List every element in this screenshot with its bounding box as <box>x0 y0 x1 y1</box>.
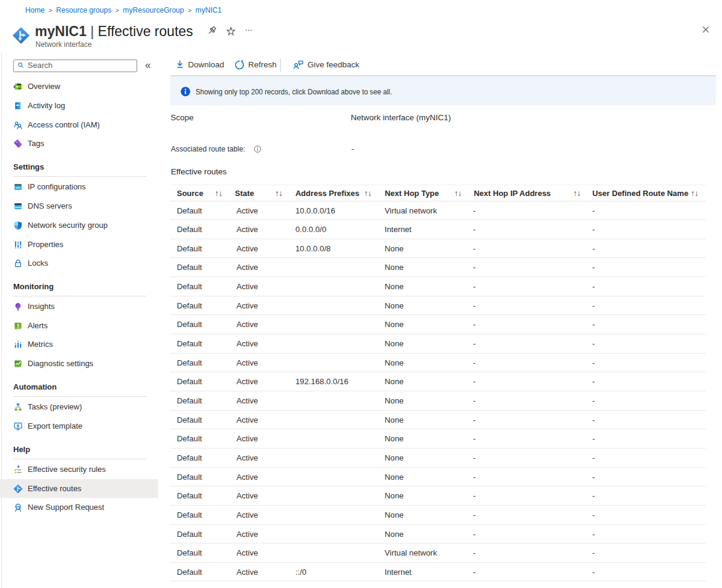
svg-text:www: www <box>14 206 22 209</box>
